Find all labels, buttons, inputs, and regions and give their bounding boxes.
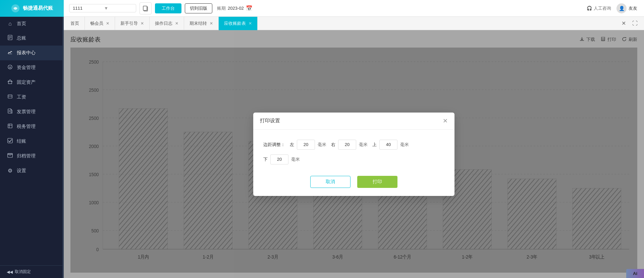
tab-close-member[interactable]: ✕	[106, 21, 109, 26]
tab-member[interactable]: 畅会员 ✕	[85, 17, 115, 30]
cancel-button[interactable]: 取消	[310, 176, 351, 188]
sidebar-item-tax[interactable]: 税务管理	[0, 119, 64, 134]
tab-aging[interactable]: 应收账龄表 ✕	[219, 17, 258, 30]
tab-close-closing[interactable]: ✕	[210, 21, 213, 26]
user-area[interactable]: 👤 友友	[616, 3, 637, 13]
funds-icon: ¥	[7, 64, 13, 71]
tax-icon	[7, 123, 13, 130]
form-row-margins: 边距调整： 左 毫米 右 毫米	[263, 140, 444, 164]
copy-icon[interactable]	[140, 2, 152, 14]
sidebar: ⌂ 首页 总账 报表中心 ¥ 资金管理 固定资产	[0, 17, 64, 278]
svg-rect-11	[8, 95, 12, 98]
margin-group-left: 左 毫米	[290, 140, 326, 150]
tab-close-all-button[interactable]: ✕	[619, 18, 629, 28]
sidebar-label-payroll: 工资	[17, 94, 26, 100]
settlement-icon	[7, 138, 13, 145]
sidebar-label-settings: 设置	[17, 168, 26, 174]
svg-rect-13	[8, 109, 11, 113]
app-title: 畅捷通易代账	[23, 5, 53, 11]
settings-icon: ⚙	[7, 167, 13, 174]
user-name: 友友	[629, 5, 637, 11]
page-content: 应收账龄表 下载 打印	[64, 30, 644, 278]
tab-close-oplog[interactable]: ✕	[175, 21, 178, 26]
margin-top-input[interactable]	[379, 140, 397, 150]
avatar: 👤	[616, 3, 627, 13]
sidebar-item-settlement[interactable]: 结账	[0, 134, 64, 149]
tab-closing[interactable]: 期末结转 ✕	[184, 17, 219, 30]
tab-label-aging: 应收账龄表	[224, 20, 246, 26]
svg-rect-10	[8, 81, 12, 84]
sidebar-item-archive[interactable]: 归档管理	[0, 149, 64, 163]
company-dropdown-arrow: ▼	[104, 6, 132, 11]
tab-maximize-button[interactable]: ⛶	[630, 18, 640, 28]
margin-left-input[interactable]	[297, 140, 315, 150]
modal-body: 边距调整： 左 毫米 右 毫米	[253, 130, 454, 172]
sidebar-label-funds: 资金管理	[17, 65, 36, 71]
sidebar-label-assets: 固定资产	[17, 79, 36, 85]
sidebar-item-funds[interactable]: ¥ 资金管理	[0, 60, 64, 75]
top-header: 畅捷通易代账 1111 ▼ 工作台 切到旧版 账期 2023-02 📅 🎧 人工…	[0, 0, 644, 17]
logo-area: 畅捷通易代账	[0, 0, 64, 17]
margin-label: 边距调整：	[263, 142, 285, 148]
content-area: 首页 畅会员 ✕ 新手引导 ✕ 操作日志 ✕ 期末结转 ✕ 应收账龄表 ✕	[64, 17, 644, 278]
sidebar-item-payroll[interactable]: 工资	[0, 90, 64, 105]
tab-guide[interactable]: 新手引导 ✕	[115, 17, 150, 30]
period-label: 账期	[217, 5, 226, 11]
workbench-button[interactable]: 工作台	[155, 3, 181, 13]
sidebar-collapse-label: 取消固定	[15, 269, 31, 275]
company-selector[interactable]: 1111 ▼	[69, 4, 136, 12]
tab-close-guide[interactable]: ✕	[141, 21, 144, 26]
confirm-print-button[interactable]: 打印	[357, 176, 397, 188]
modal-close-button[interactable]: ✕	[443, 117, 448, 125]
sidebar-label-ledger: 总账	[17, 35, 26, 41]
sidebar-label-settlement: 结账	[17, 138, 26, 144]
header-right: 🎧 人工咨询 👤 友友	[587, 3, 637, 13]
pin-icon: ◀◀	[7, 270, 13, 274]
tabs-bar: 首页 畅会员 ✕ 新手引导 ✕ 操作日志 ✕ 期末结转 ✕ 应收账龄表 ✕	[64, 17, 644, 30]
margin-bottom-unit: 毫米	[291, 156, 300, 162]
sidebar-item-home[interactable]: ⌂ 首页	[0, 17, 64, 31]
calendar-icon[interactable]: 📅	[246, 5, 253, 11]
modal-footer: 取消 打印	[253, 172, 454, 196]
period-area: 账期 2023-02 📅	[217, 5, 253, 11]
invoice-icon	[7, 109, 13, 115]
tab-label-member: 畅会员	[90, 20, 103, 26]
sidebar-item-invoice[interactable]: 发票管理	[0, 105, 64, 119]
modal-title: 打印设置	[260, 118, 280, 124]
reports-icon	[7, 50, 13, 56]
headset-icon: 🎧	[587, 6, 592, 11]
company-name: 1111	[73, 6, 101, 11]
margin-right-label: 右	[331, 142, 335, 148]
payroll-icon	[7, 94, 13, 100]
modal-header: 打印设置 ✕	[253, 113, 454, 130]
sidebar-label-reports: 报表中心	[17, 50, 36, 56]
sidebar-label-tax: 税务管理	[17, 124, 36, 130]
svg-rect-16	[8, 124, 12, 128]
tab-close-aging[interactable]: ✕	[249, 21, 252, 26]
margin-top-label: 上	[372, 142, 377, 148]
margin-top-unit: 毫米	[400, 142, 409, 148]
tab-oplog[interactable]: 操作日志 ✕	[150, 17, 184, 30]
svg-text:¥: ¥	[9, 66, 11, 69]
archive-icon	[7, 153, 13, 159]
switch-version-button[interactable]: 切到旧版	[185, 3, 212, 13]
sidebar-label-invoice: 发票管理	[17, 109, 36, 115]
sidebar-label-home: 首页	[17, 21, 26, 27]
sidebar-item-assets[interactable]: 固定资产	[0, 75, 64, 90]
sidebar-toggle[interactable]: ◀◀ 取消固定	[0, 265, 64, 278]
logo-icon	[11, 4, 20, 13]
sidebar-item-reports[interactable]: 报表中心	[0, 46, 64, 60]
help-label: 人工咨询	[594, 5, 611, 11]
ledger-icon	[7, 35, 13, 42]
sidebar-item-ledger[interactable]: 总账	[0, 31, 64, 46]
modal-overlay: 打印设置 ✕ 边距调整： 左 毫米 右	[64, 30, 644, 278]
help-button[interactable]: 🎧 人工咨询	[587, 5, 611, 11]
tab-home[interactable]: 首页	[65, 17, 85, 30]
margin-left-label: 左	[290, 142, 294, 148]
margin-bottom-label: 下	[263, 156, 268, 162]
print-settings-dialog: 打印设置 ✕ 边距调整： 左 毫米 右	[253, 113, 454, 196]
margin-right-unit: 毫米	[359, 142, 368, 148]
margin-bottom-input[interactable]	[270, 154, 288, 164]
margin-right-input[interactable]	[338, 140, 356, 150]
sidebar-item-settings[interactable]: ⚙ 设置	[0, 163, 64, 178]
